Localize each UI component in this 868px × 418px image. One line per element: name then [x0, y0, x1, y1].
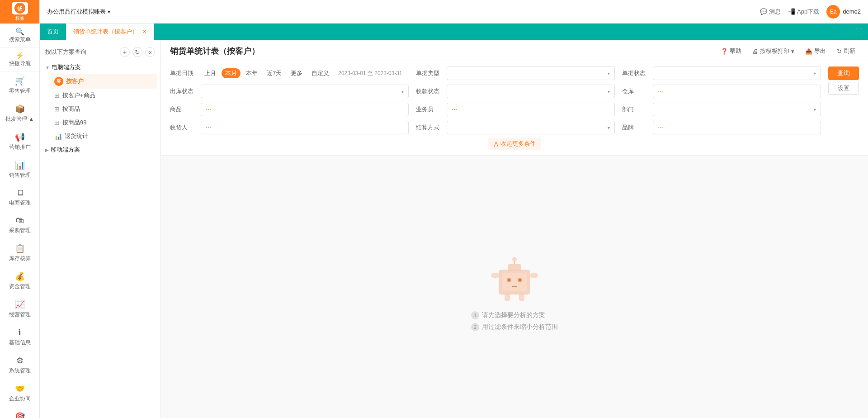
payment-arrow-icon: ▾ — [608, 89, 610, 94]
doc-type-select[interactable]: ▾ — [447, 66, 615, 80]
date-tab-this-month[interactable]: 本月 — [222, 68, 241, 78]
dept-filter: 部门 ▾ — [622, 103, 821, 116]
svg-point-11 — [512, 257, 517, 261]
receiver-select[interactable]: ··· — [201, 121, 409, 134]
wholesale-icon: 📦 — [15, 104, 25, 114]
tabs-spacer — [154, 24, 839, 40]
storage-arrow-icon: ▾ — [401, 89, 404, 94]
date-tab-7days[interactable]: 近7天 — [263, 68, 285, 78]
sidebar-item-ecommerce[interactable]: 🖥 电商管理 — [0, 184, 39, 211]
tabs-bar: 首页 销货单统计表（按客户） ✕ — ⛶ — [40, 24, 868, 40]
plan-items-list: 客 按客户 ⊞ 按客户+商品 ⊞ 按商品 ⊞ 按商品99 — [43, 74, 157, 143]
query-button[interactable]: 查询 — [828, 66, 859, 80]
plan-item-goods99[interactable]: ⊞ 按商品99 — [51, 116, 157, 129]
plan-item-returns[interactable]: 📊 退货统计 — [51, 129, 157, 143]
salesman-filter: 业务员 ··· — [416, 103, 615, 116]
sidebar-menu: 🛒 零售管理 📦 批发管理 ▲ 📢 营销推广 📊 销售管理 🖥 电商管理 🛍 采… — [0, 71, 39, 418]
main-area: 办公用品行业模拟账表 ▾ 💬 消息 📲 App下载 Ea demo2 首页 — [40, 0, 868, 418]
date-tab-custom[interactable]: 自定义 — [308, 68, 333, 78]
goods-select[interactable]: ··· — [201, 103, 409, 116]
collapse-panel-button[interactable]: « — [145, 47, 155, 57]
minimize-button[interactable]: — — [844, 28, 852, 36]
settlement-filter: 结算方式 ▾ — [416, 121, 615, 134]
collapse-bar: ⋀ 收起更多条件 — [170, 138, 859, 150]
newbie-icon: 🎯 — [15, 412, 25, 418]
salesman-select[interactable]: ··· — [447, 103, 615, 116]
collapse-icon: ⋀ — [494, 141, 499, 147]
payment-select[interactable]: ▾ — [447, 85, 615, 98]
print-icon: 🖨 — [752, 48, 758, 55]
filter-section: 单据日期 上月 本月 本年 近7天 更多 自定义 2023-03-01 至 20… — [170, 66, 859, 134]
doc-type-label: 单据类型 — [416, 69, 443, 77]
brand-select[interactable]: ··· — [653, 121, 821, 134]
user-area[interactable]: Ea demo2 — [826, 5, 861, 19]
page-title: 销货单统计表（按客户） — [170, 46, 259, 57]
dropdown-arrow-icon: ▾ — [108, 9, 110, 15]
export-button[interactable]: 📤 导出 — [802, 45, 830, 57]
date-range-text: 2023-03-01 至 2023-03-31 — [338, 70, 402, 77]
sidebar-item-enterprise[interactable]: 🤝 企业协同 — [0, 379, 39, 407]
sidebar-item-finance[interactable]: 💰 资金管理 — [0, 267, 39, 295]
date-tab-this-year[interactable]: 本年 — [242, 68, 261, 78]
sidebar-item-newbie[interactable]: 🎯 新手引导 — [0, 407, 39, 418]
tab-home[interactable]: 首页 — [40, 24, 66, 40]
salesman-dots-icon: ··· — [452, 105, 458, 114]
sidebar-quick-nav[interactable]: ⚡ 快捷导航 — [0, 48, 39, 71]
settlement-arrow-icon: ▾ — [608, 125, 610, 130]
svg-point-7 — [519, 279, 521, 281]
left-panel-actions: + ↻ « — [120, 47, 155, 57]
filter-row-4: 收货人 ··· 结算方式 ▾ — [170, 121, 821, 134]
sidebar-item-marketing[interactable]: 📢 营销推广 — [0, 128, 39, 156]
app-download-button[interactable]: 📲 App下载 — [788, 8, 819, 16]
sidebar-item-basic-info[interactable]: ℹ 基础信息 — [0, 323, 39, 351]
collapse-conditions-button[interactable]: ⋀ 收起更多条件 — [488, 138, 541, 150]
sidebar-item-inventory[interactable]: 📋 库存核算 — [0, 239, 39, 267]
warehouse-dots-icon: ··· — [658, 87, 664, 95]
help-button[interactable]: ❓ 帮助 — [717, 45, 745, 57]
plan-item-customer-goods[interactable]: ⊞ 按客户+商品 — [51, 89, 157, 102]
dept-label: 部门 — [622, 105, 649, 114]
date-tab-more[interactable]: 更多 — [287, 68, 306, 78]
svg-rect-12 — [491, 273, 499, 278]
settlement-select[interactable]: ▾ — [447, 121, 615, 134]
doc-status-select[interactable]: ▾ — [653, 66, 821, 80]
payment-label: 收款状态 — [416, 87, 443, 95]
mobile-plan-group[interactable]: ▶ 移动端方案 — [40, 143, 160, 157]
sidebar-item-retail[interactable]: 🛒 零售管理 — [0, 71, 39, 100]
warehouse-select[interactable]: ··· — [653, 85, 821, 98]
right-panel: 销货单统计表（按客户） ❓ 帮助 🖨 按模板打印 ▾ 📤 导出 — [161, 40, 868, 418]
refresh-plan-button[interactable]: ↻ — [132, 47, 142, 57]
maximize-button[interactable]: ⛶ — [855, 28, 863, 36]
warehouse-label: 仓库 — [622, 87, 649, 95]
tab-close-icon[interactable]: ✕ — [142, 28, 147, 35]
doc-status-filter: 单据状态 ▾ — [622, 66, 821, 80]
message-button[interactable]: 💬 消息 — [760, 8, 781, 16]
tab-sales-stats[interactable]: 销货单统计表（按客户） ✕ — [66, 24, 154, 40]
sidebar-item-purchase[interactable]: 🛍 采购管理 — [0, 211, 39, 239]
receiver-filter: 收货人 ··· — [170, 121, 409, 134]
sidebar-item-operations[interactable]: 📈 经营管理 — [0, 295, 39, 323]
sidebar-item-wholesale[interactable]: 📦 批发管理 ▲ — [0, 100, 39, 128]
template-print-button[interactable]: 🖨 按模板打印 ▾ — [749, 45, 798, 57]
action-buttons: 查询 设置 — [828, 66, 859, 95]
system-icon: ⚙ — [16, 356, 24, 366]
sidebar-search-menu[interactable]: 🔍 搜索菜单 — [0, 24, 39, 48]
industry-selector[interactable]: 办公用品行业模拟账表 ▾ — [47, 8, 110, 16]
purchase-icon: 🛍 — [16, 216, 24, 225]
logo-icon: 畅 — [12, 2, 28, 14]
brand-filter: 品牌 ··· — [622, 121, 821, 134]
dept-select[interactable]: ▾ — [653, 103, 821, 116]
left-panel-header: 按以下方案查询 + ↻ « — [40, 43, 160, 61]
plan-item-goods[interactable]: ⊞ 按商品 — [51, 102, 157, 116]
date-tabs: 上月 本月 本年 近7天 更多 自定义 2023-03-01 至 2023-03… — [201, 68, 402, 78]
svg-rect-3 — [502, 273, 527, 291]
settings-button[interactable]: 设置 — [828, 82, 859, 95]
sidebar-item-sales[interactable]: 📊 销售管理 — [0, 156, 39, 184]
plan-item-customer[interactable]: 客 按客户 — [51, 74, 157, 89]
refresh-button[interactable]: ↻ 刷新 — [833, 45, 859, 57]
sidebar-item-system[interactable]: ⚙ 系统管理 — [0, 351, 39, 379]
date-tab-last-month[interactable]: 上月 — [201, 68, 220, 78]
desktop-plan-group-header[interactable]: ▼ 电脑端方案 — [43, 61, 157, 74]
storage-select[interactable]: ▾ — [201, 85, 409, 98]
add-plan-button[interactable]: + — [120, 47, 130, 57]
